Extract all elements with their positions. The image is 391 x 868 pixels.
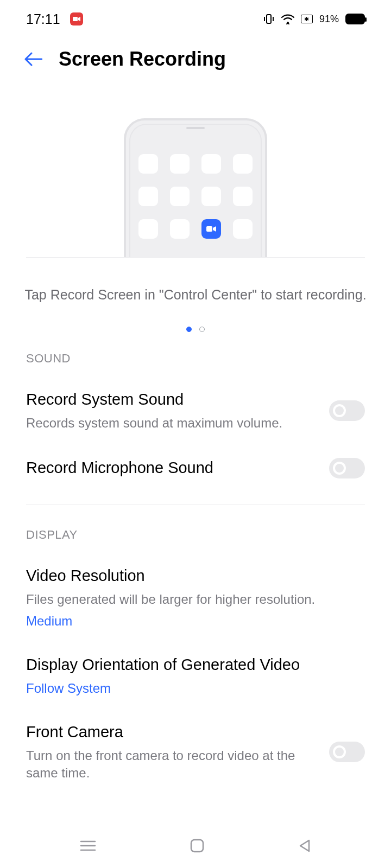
- section-title-sound: SOUND: [26, 347, 365, 376]
- battery-icon: [345, 14, 365, 24]
- section-display: DISPLAY Video Resolution Files generated…: [0, 524, 391, 795]
- phone-mockup: [124, 118, 267, 257]
- svg-rect-9: [191, 840, 203, 852]
- system-nav-bar: [0, 824, 391, 868]
- page-dot-1[interactable]: [186, 327, 192, 332]
- status-bar: 17:11 91%: [0, 0, 391, 38]
- row-title: Record Microphone Sound: [26, 458, 318, 478]
- section-title-display: DISPLAY: [26, 524, 365, 553]
- row-subtitle: Turn on the front camera to record video…: [26, 747, 318, 782]
- status-time: 17:11: [26, 11, 60, 27]
- page-dot-2[interactable]: [199, 327, 205, 332]
- divider: [26, 505, 365, 505]
- row-record-microphone-sound[interactable]: Record Microphone Sound: [26, 445, 365, 492]
- row-title: Front Camera: [26, 722, 318, 743]
- svg-point-4: [287, 22, 289, 24]
- recording-indicator-icon: [70, 12, 83, 25]
- vibrate-icon: [263, 13, 275, 25]
- section-sound: SOUND Record System Sound Records system…: [0, 347, 391, 505]
- row-subtitle: Files generated will be larger for highe…: [26, 591, 365, 608]
- illustration: [0, 86, 391, 257]
- page-title: Screen Recording: [59, 48, 226, 71]
- row-display-orientation[interactable]: Display Orientation of Generated Video F…: [26, 642, 365, 709]
- status-right: 91%: [263, 13, 365, 25]
- row-record-system-sound[interactable]: Record System Sound Records system sound…: [26, 376, 365, 445]
- illustration-caption: Tap Record Screen in "Control Center" to…: [0, 258, 391, 319]
- svg-rect-1: [267, 15, 271, 23]
- record-screen-app-icon: [201, 219, 221, 239]
- row-title: Record System Sound: [26, 390, 318, 410]
- page-header: Screen Recording: [0, 38, 391, 86]
- row-front-camera[interactable]: Front Camera Turn on the front camera to…: [26, 709, 365, 795]
- wifi-icon: [281, 14, 294, 24]
- nav-home-icon[interactable]: [190, 839, 204, 853]
- nav-back-icon[interactable]: [298, 839, 311, 853]
- svg-rect-0: [73, 17, 78, 21]
- row-video-resolution[interactable]: Video Resolution Files generated will be…: [26, 553, 365, 642]
- battery-percent: 91%: [319, 14, 339, 25]
- toggle-record-microphone-sound[interactable]: [329, 458, 365, 478]
- page-dots: [0, 319, 391, 347]
- row-value: Medium: [26, 614, 365, 629]
- toggle-record-system-sound[interactable]: [329, 400, 365, 421]
- row-title: Video Resolution: [26, 566, 365, 586]
- row-subtitle: Records system sound at maximum volume.: [26, 414, 318, 432]
- status-left: 17:11: [26, 11, 83, 27]
- row-title: Display Orientation of Generated Video: [26, 655, 365, 675]
- row-value: Follow System: [26, 681, 365, 696]
- svg-rect-5: [206, 226, 212, 232]
- back-arrow-icon[interactable]: [24, 52, 42, 66]
- battery-saver-icon: [301, 15, 313, 23]
- nav-recent-icon[interactable]: [80, 839, 96, 852]
- toggle-front-camera[interactable]: [329, 742, 365, 762]
